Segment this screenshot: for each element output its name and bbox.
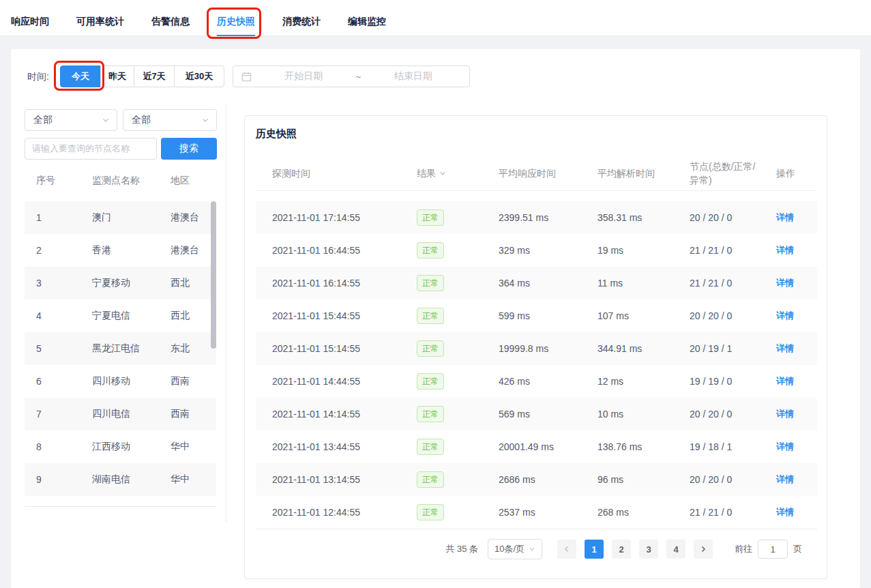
detail-link[interactable]: 详情	[776, 506, 817, 518]
row-region: 西北	[171, 277, 216, 289]
date-range-picker[interactable]: 开始日期 ~ 结束日期	[233, 65, 470, 87]
next-page-button[interactable]	[694, 540, 713, 559]
detail-link[interactable]: 详情	[776, 473, 817, 486]
nodes-count: 20 / 20 / 0	[690, 212, 776, 223]
page-button-2[interactable]: 2	[612, 540, 631, 559]
row-region: 西南	[171, 375, 216, 387]
row-node-name: 宁夏移动	[92, 277, 171, 289]
sidebar-row[interactable]: 5黑龙江电信东北	[25, 332, 216, 365]
chevron-down-icon	[201, 116, 209, 124]
snapshot-row: 2021-11-01 13:14:55正常2686 ms96 ms20 / 20…	[256, 463, 817, 496]
row-index: 1	[36, 212, 92, 223]
detail-link[interactable]: 详情	[776, 342, 817, 355]
sidebar-row[interactable]: 8江西移动华中	[25, 430, 216, 463]
row-region: 东北	[171, 342, 216, 355]
scrollbar-thumb[interactable]	[211, 201, 216, 349]
tab-1[interactable]: 可用率统计	[76, 8, 124, 36]
page-button-3[interactable]: 3	[639, 540, 658, 559]
probe-time: 2021-11-01 13:44:55	[272, 441, 417, 452]
filter-select-2[interactable]: 全部	[123, 109, 217, 131]
tab-5[interactable]: 编辑监控	[348, 8, 386, 36]
page-size-select[interactable]: 10条/页	[488, 539, 542, 559]
sidebar-row[interactable]: 6四川移动西南	[25, 365, 216, 398]
row-index: 6	[36, 376, 92, 387]
snapshot-row: 2021-11-01 12:44:55正常2537 ms268 ms21 / 2…	[256, 496, 817, 529]
avg-parse: 268 ms	[597, 507, 690, 518]
probe-time: 2021-11-01 15:14:55	[272, 343, 417, 354]
vertical-divider	[226, 104, 226, 522]
sort-caret-icon[interactable]	[439, 170, 446, 177]
sidebar-row[interactable]: 7四川电信西南	[25, 398, 216, 430]
sidebar-row[interactable]: 2香港港澳台	[25, 234, 216, 267]
search-button[interactable]: 搜索	[161, 138, 217, 160]
avg-response: 329 ms	[499, 245, 597, 256]
detail-link[interactable]: 详情	[776, 310, 817, 322]
col-index: 序号	[36, 175, 92, 187]
time-filter-label: 时间:	[27, 71, 49, 83]
avg-response: 2399.51 ms	[499, 212, 597, 223]
row-index: 7	[36, 409, 92, 420]
detail-link[interactable]: 详情	[776, 244, 817, 256]
tab-4[interactable]: 消费统计	[282, 8, 321, 36]
goto-page-input[interactable]: 1	[758, 540, 788, 559]
end-date-input[interactable]: 结束日期	[365, 70, 461, 83]
status-badge: 正常	[417, 340, 444, 357]
row-node-name: 澳门	[92, 211, 171, 224]
page-button-4[interactable]: 4	[666, 540, 685, 559]
detail-link[interactable]: 详情	[776, 408, 817, 420]
chevron-down-icon	[102, 116, 110, 124]
range-button-2[interactable]: 近7天	[134, 65, 175, 87]
panel-title: 历史快照	[256, 128, 297, 141]
range-button-1[interactable]: 昨天	[100, 65, 134, 87]
page-size-value: 10条/页	[494, 543, 525, 555]
start-date-input[interactable]: 开始日期	[256, 70, 352, 83]
col-region: 地区	[171, 175, 216, 187]
row-node-name: 四川电信	[92, 408, 171, 420]
col-node-name: 监测点名称	[92, 175, 171, 187]
nodes-count: 20 / 20 / 0	[690, 474, 776, 485]
pagination-total: 共 35 条	[445, 543, 478, 555]
status-badge: 正常	[417, 406, 444, 422]
snapshot-row: 2021-11-01 13:44:55正常20001.49 ms138.76 m…	[256, 430, 817, 463]
sidebar-row[interactable]: 3宁夏移动西北	[25, 267, 216, 299]
probe-time: 2021-11-01 15:44:55	[272, 310, 417, 321]
status-badge: 正常	[417, 471, 444, 488]
detail-link[interactable]: 详情	[776, 277, 817, 289]
sidebar-row[interactable]: 9湖南电信华中	[25, 463, 216, 496]
probe-time: 2021-11-01 14:44:55	[272, 376, 417, 387]
node-search-input[interactable]: 请输入要查询的节点名称	[25, 138, 157, 160]
filter-select-1[interactable]: 全部	[25, 109, 117, 131]
snapshot-row: 2021-11-01 15:14:55正常19999.8 ms344.91 ms…	[256, 332, 817, 365]
col-avg-response: 平均响应时间	[499, 166, 556, 180]
avg-parse: 19 ms	[597, 245, 690, 256]
tab-2[interactable]: 告警信息	[151, 8, 190, 36]
col-avg-parse: 平均解析时间	[597, 166, 655, 180]
row-index: 9	[36, 474, 92, 485]
probe-time: 2021-11-01 12:44:55	[272, 507, 417, 518]
row-index: 8	[36, 441, 92, 452]
detail-link[interactable]: 详情	[776, 441, 817, 453]
detail-link[interactable]: 详情	[776, 375, 817, 387]
range-button-3[interactable]: 近30天	[174, 65, 224, 87]
row-region: 港澳台	[171, 211, 216, 224]
row-region: 港澳台	[171, 244, 216, 256]
avg-response: 426 ms	[499, 376, 597, 387]
status-badge: 正常	[417, 242, 444, 259]
nodes-count: 19 / 18 / 1	[690, 441, 776, 452]
sidebar-row[interactable]: 4宁夏电信西北	[25, 299, 216, 332]
nodes-count: 20 / 20 / 0	[690, 409, 776, 420]
avg-parse: 107 ms	[597, 310, 690, 321]
avg-response: 599 ms	[499, 310, 597, 321]
prev-page-button[interactable]	[557, 540, 576, 559]
result-cell: 正常	[417, 340, 499, 357]
row-node-name: 四川移动	[92, 375, 171, 387]
row-region: 西北	[171, 310, 216, 322]
date-range-separator: ~	[352, 72, 366, 82]
result-cell: 正常	[417, 242, 499, 259]
sidebar-row[interactable]: 1澳门港澳台	[25, 201, 216, 234]
page-button-1[interactable]: 1	[585, 540, 604, 559]
col-result[interactable]: 结果	[417, 166, 436, 180]
history-snapshot-panel: 历史快照 探测时间 结果 平均响应时间 平均解析时间 节点(总数/正常/异常) …	[244, 115, 827, 579]
detail-link[interactable]: 详情	[776, 211, 817, 224]
tab-0[interactable]: 响应时间	[11, 8, 49, 36]
